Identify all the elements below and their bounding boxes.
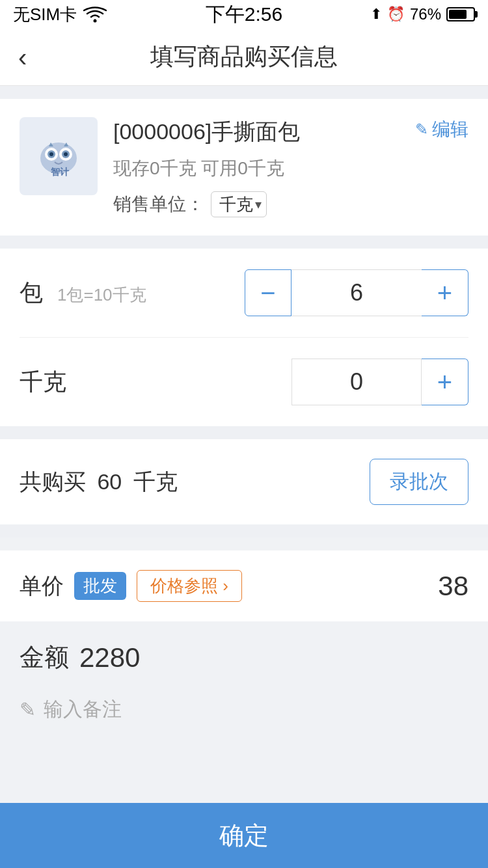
price-tag: 批发: [74, 572, 126, 600]
svg-point-6: [49, 152, 53, 156]
note-row[interactable]: ✎ 输入备注: [20, 690, 468, 729]
wifi-icon: [83, 6, 107, 23]
product-thumbnail: 智计: [20, 117, 98, 195]
location-icon: ⬆: [370, 6, 382, 23]
unit-label: 销售单位：: [113, 192, 204, 217]
page-title: 填写商品购买信息: [150, 41, 338, 73]
price-section: 单价 批发 价格参照 › 38: [0, 550, 488, 621]
total-text: 共购买 60 千克: [20, 467, 178, 497]
qty-controls-pack: − +: [245, 269, 468, 316]
amount-value: 2280: [79, 642, 140, 673]
quantity-section: 包 1包=10千克 − + 千克 +: [0, 249, 488, 426]
qty-input-kg[interactable]: [291, 359, 422, 405]
section-divider-price: [0, 524, 488, 537]
product-card: 智计 [0000006]手撕面包 现存0千克 可用0千克 销售单位： 千克 ✎ …: [0, 99, 488, 236]
note-icon: ✎: [20, 698, 36, 721]
total-unit: 千克: [133, 469, 178, 494]
total-label: 共购买: [20, 469, 86, 494]
confirm-button[interactable]: 确定: [0, 803, 488, 868]
edit-icon: ✎: [415, 120, 428, 139]
qty-increment-pack[interactable]: +: [422, 269, 468, 316]
edit-label: 编辑: [432, 117, 468, 142]
unit-select[interactable]: 千克: [211, 191, 267, 217]
section-divider-total: [0, 426, 488, 439]
qty-row-pack: 包 1包=10千克 − +: [20, 249, 468, 338]
qty-row-kg: 千克 +: [20, 338, 468, 426]
amount-section: 金额 2280 ✎ 输入备注: [0, 621, 488, 740]
status-time: 下午2:56: [206, 1, 282, 28]
nav-bar: ‹ 填写商品购买信息: [0, 29, 488, 86]
unit-select-wrap[interactable]: 千克: [211, 191, 267, 217]
price-value: 38: [438, 571, 468, 602]
product-unit-row: 销售单位： 千克: [113, 191, 468, 217]
note-placeholder: 输入备注: [44, 696, 122, 723]
back-button[interactable]: ‹: [18, 44, 27, 70]
amount-label: 金额: [20, 641, 69, 674]
qty-label-pack: 包 1包=10千克: [20, 277, 245, 309]
battery-icon: [446, 7, 475, 21]
qty-sub-label-pack: 1包=10千克: [57, 285, 146, 305]
qty-label-kg: 千克: [20, 366, 291, 398]
status-bar: 无SIM卡 下午2:56 ⬆ ⏰ 76%: [0, 0, 488, 29]
owl-logo-icon: 智计: [33, 133, 85, 179]
qty-decrement-pack[interactable]: −: [245, 269, 291, 316]
qty-increment-kg[interactable]: +: [422, 359, 468, 405]
qty-input-pack[interactable]: [291, 269, 422, 316]
svg-point-0: [94, 20, 97, 23]
section-divider-mid: [0, 236, 488, 249]
batch-button[interactable]: 录批次: [370, 459, 468, 505]
price-ref-button[interactable]: 价格参照 ›: [137, 570, 242, 602]
svg-point-7: [64, 152, 68, 156]
total-section: 共购买 60 千克 录批次: [0, 439, 488, 524]
status-right: ⬆ ⏰ 76%: [370, 5, 475, 23]
product-stock: 现存0千克 可用0千克: [113, 156, 468, 181]
amount-row: 金额 2280: [20, 641, 468, 674]
price-label: 单价: [20, 571, 64, 601]
battery-percent: 76%: [410, 5, 441, 23]
edit-button[interactable]: ✎ 编辑: [415, 117, 468, 142]
section-divider-top: [0, 86, 488, 99]
carrier-text: 无SIM卡: [13, 3, 77, 26]
alarm-icon: ⏰: [387, 6, 405, 23]
confirm-button-label: 确定: [219, 819, 269, 852]
svg-text:智计: 智计: [50, 167, 70, 177]
status-left: 无SIM卡: [13, 3, 107, 26]
total-value: 60: [97, 469, 122, 494]
qty-controls-kg: +: [291, 359, 468, 405]
